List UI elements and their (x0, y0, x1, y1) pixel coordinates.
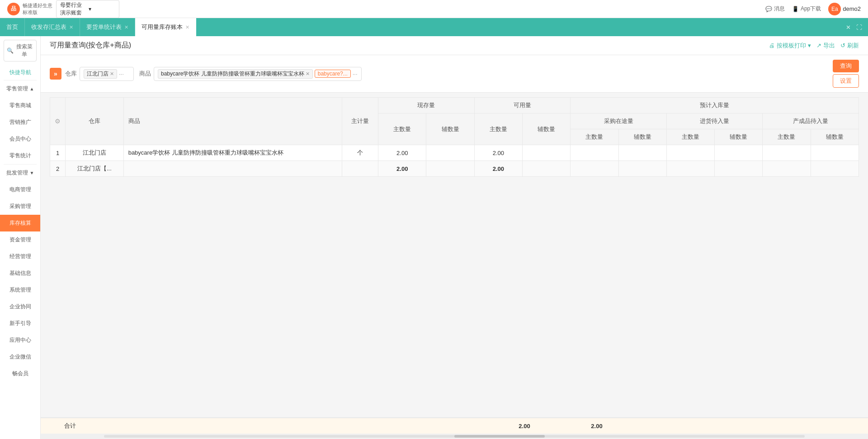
sidebar-item-wholesale-mgmt[interactable]: 批发管理 ▼ (0, 165, 40, 181)
table-settings-icon[interactable]: ⚙ (55, 118, 61, 125)
sidebar-item-marketing[interactable]: 营销推广 (0, 114, 40, 131)
sidebar-item-inventory-label: 库存核算 (9, 219, 31, 227)
tab-order-stats-close[interactable]: ✕ (124, 24, 128, 30)
col-unit-header: 主计量 (342, 98, 378, 145)
app-download-icon: 📱 (792, 6, 799, 12)
tab-available-stock-close[interactable]: ✕ (185, 24, 189, 30)
sidebar-item-marketing-label: 营销推广 (9, 118, 31, 126)
row2-product (123, 161, 342, 177)
sidebar-item-ecommerce[interactable]: 电商管理 (0, 181, 40, 198)
sidebar-item-sys-mgmt[interactable]: 系统管理 (0, 282, 40, 298)
footer-row: 合计 2.00 2.00 (41, 417, 868, 434)
product-label: 商品 (139, 70, 151, 78)
sidebar-item-app-center-label: 应用中心 (9, 336, 31, 344)
warehouse-more-icon[interactable]: ··· (119, 71, 124, 77)
product-tag-1: babycare学饮杯 儿童防摔防撞吸管杯重力球吸嘴杯宝宝水杯 ✕ (158, 69, 313, 79)
sidebar-item-app-center[interactable]: 应用中心 (0, 332, 40, 349)
col-avail-aux-header: 辅数量 (522, 113, 570, 145)
store-selector[interactable]: 母婴行业演示账套 ▾ (56, 0, 119, 18)
app-download-button[interactable]: 📱 App下载 (792, 5, 821, 13)
col-current-main-header: 主数量 (378, 113, 426, 145)
sidebar-item-retail-stats[interactable]: 零售统计 (0, 147, 40, 164)
row1-current-main: 2.00 (378, 145, 426, 161)
table-row: 2 江北门店【... 2.00 2.00 (50, 161, 859, 177)
col-warehouse-header: 仓库 (66, 98, 124, 145)
sidebar-item-operations[interactable]: 经营管理 (0, 248, 40, 265)
warehouse-tag-remove[interactable]: ✕ (110, 71, 114, 77)
product-tag-1-remove[interactable]: ✕ (306, 71, 310, 77)
print-dropdown-icon: ▾ (808, 42, 811, 49)
sidebar-item-finance-label: 资金管理 (9, 236, 31, 244)
row1-production-aux (811, 145, 859, 161)
tab-available-stock[interactable]: 可用量库存账本 ✕ (135, 18, 196, 36)
sidebar-item-basic-info[interactable]: 基础信息 (0, 265, 40, 282)
tab-receipts[interactable]: 收发存汇总表 ✕ (25, 18, 80, 36)
message-button[interactable]: 💬 消息 (765, 5, 785, 13)
row1-avail-main: 2.00 (474, 145, 522, 161)
sidebar-item-new-guide[interactable]: 新手引导 (0, 315, 40, 332)
product-filter: 商品 babycare学饮杯 儿童防摔防撞吸管杯重力球吸嘴杯宝宝水杯 ✕ bab… (139, 67, 362, 81)
sidebar-item-members[interactable]: 会员中心 (0, 131, 40, 147)
tabbar: 首页 收发存汇总表 ✕ 要货单统计表 ✕ 可用量库存账本 ✕ ✕ ⛶ (0, 18, 868, 36)
footer-label: 合计 (55, 418, 100, 434)
col-forecast-header: 预计入库量 (571, 98, 859, 113)
topbar-right: 💬 消息 📱 App下载 Ea demo2 (765, 3, 861, 15)
sidebar-item-enterprise-wechat[interactable]: 企业微信 (0, 349, 40, 365)
filter-toggle-button[interactable]: » (50, 68, 61, 80)
scroll-thumb[interactable] (454, 435, 545, 438)
dropdown-arrow-icon: ▾ (89, 6, 115, 12)
filter-row: 仓库 江北门店 ✕ ··· 商品 babycare学饮杯 儿童防摔防撞吸管杯重力… (65, 67, 829, 81)
quick-nav-button[interactable]: 快捷导航 (9, 69, 31, 76)
tab-order-stats[interactable]: 要货单统计表 ✕ (80, 18, 135, 36)
col-production-aux-header: 辅数量 (811, 129, 859, 145)
tab-home[interactable]: 首页 (0, 18, 25, 36)
horizontal-scrollbar[interactable] (41, 434, 868, 439)
footer-purchase-aux (687, 418, 723, 434)
export-icon: ↗ (816, 42, 821, 49)
search-icon: 🔍 (7, 47, 14, 54)
tab-receipts-close[interactable]: ✕ (69, 24, 73, 30)
sidebar-item-retail-mall[interactable]: 零售商城 (0, 97, 40, 114)
footer-incoming-main (723, 418, 760, 434)
export-button[interactable]: ↗ 导出 (816, 42, 835, 50)
footer-current-main: 2.00 (506, 418, 542, 434)
footer-empty-3 (479, 418, 506, 434)
row2-purchase-aux (618, 161, 666, 177)
sidebar-item-inventory[interactable]: 库存核算 (0, 215, 40, 231)
sidebar-item-purchase[interactable]: 采购管理 (0, 198, 40, 215)
maximize-window-button[interactable]: ⛶ (855, 24, 863, 31)
sidebar-item-purchase-label: 采购管理 (9, 203, 31, 210)
sidebar-item-finance[interactable]: 资金管理 (0, 231, 40, 248)
col-production-header: 产成品待入量 (763, 113, 859, 129)
sidebar-item-retail-mgmt[interactable]: 零售管理 ▲ (0, 80, 40, 97)
product-more-icon[interactable]: ··· (353, 71, 358, 77)
wholesale-mgmt-arrow-icon: ▼ (30, 170, 34, 175)
sidebar-item-member-vip[interactable]: 畅会员 (0, 365, 40, 382)
col-purchase-transit-header: 采购在途量 (571, 113, 667, 129)
avatar: Ea (828, 3, 841, 15)
row1-product: babycare学饮杯 儿童防摔防撞吸管杯重力球吸嘴杯宝宝水杯 (123, 145, 342, 161)
warehouse-input[interactable]: 江北门店 ✕ ··· (80, 67, 134, 81)
footer-production-main (796, 418, 832, 434)
page-title: 可用量查询(按仓库+商品) (50, 41, 131, 50)
close-window-button[interactable]: ✕ (844, 24, 852, 31)
sidebar-item-basic-info-label: 基础信息 (9, 269, 31, 277)
col-available-header: 可用量 (474, 98, 571, 113)
query-button[interactable]: 查询 (833, 60, 859, 72)
tab-home-label: 首页 (6, 23, 18, 31)
tab-available-stock-label: 可用量库存账本 (142, 23, 183, 31)
sidebar-item-members-label: 会员中心 (9, 135, 31, 143)
retail-mgmt-arrow-icon: ▲ (30, 86, 34, 91)
user-profile[interactable]: Ea demo2 (828, 3, 861, 15)
footer-avail-main: 2.00 (579, 418, 615, 434)
sidebar-item-enterprise[interactable]: 企业协同 (0, 298, 40, 315)
settings-button[interactable]: 设置 (833, 74, 859, 88)
refresh-button[interactable]: ↺ 刷新 (840, 42, 859, 50)
search-menu-button[interactable]: 🔍 搜索菜单 (4, 40, 37, 61)
row1-unit: 个 (342, 145, 378, 161)
product-input[interactable]: babycare学饮杯 儿童防摔防撞吸管杯重力球吸嘴杯宝宝水杯 ✕ babyca… (154, 67, 362, 81)
username-label: demo2 (843, 5, 861, 12)
row2-purchase-main (571, 161, 618, 177)
print-template-button[interactable]: 🖨 按模板打印 ▾ (769, 42, 811, 50)
row2-unit (342, 161, 378, 177)
